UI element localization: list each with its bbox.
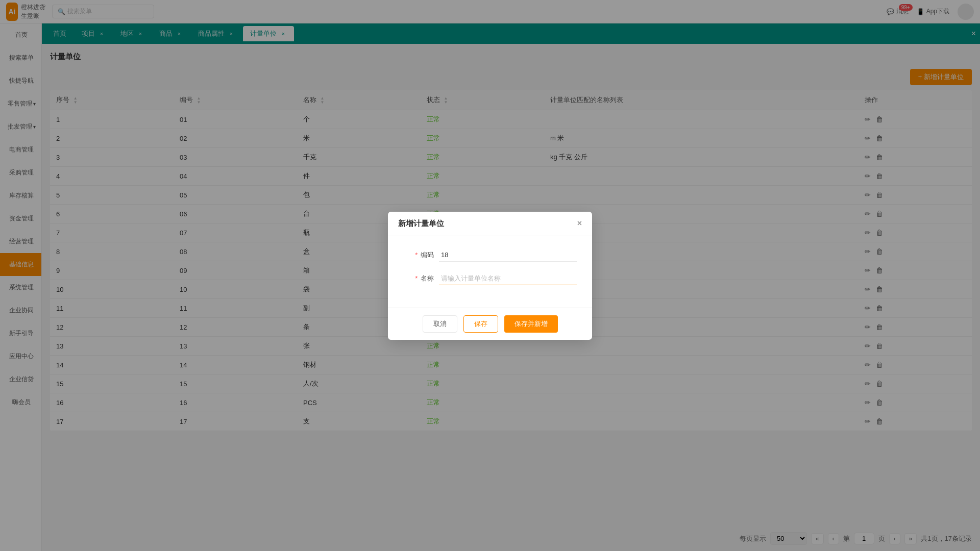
modal-header: 新增计量单位 × bbox=[388, 212, 592, 236]
cancel-button[interactable]: 取消 bbox=[423, 315, 457, 333]
code-input[interactable] bbox=[439, 248, 577, 262]
required-indicator: * bbox=[415, 251, 418, 259]
save-and-add-button[interactable]: 保存并新增 bbox=[504, 315, 558, 333]
modal-footer: 取消 保存 保存并新增 bbox=[388, 308, 592, 340]
required-indicator: * bbox=[415, 274, 418, 282]
modal-body: * 编码 * 名称 bbox=[388, 236, 592, 308]
save-button[interactable]: 保存 bbox=[463, 315, 498, 333]
form-label-name: * 名称 bbox=[403, 274, 434, 283]
form-row-code: * 编码 bbox=[403, 248, 577, 262]
name-input[interactable] bbox=[439, 272, 577, 285]
modal-close-btn[interactable]: × bbox=[577, 219, 582, 228]
add-unit-modal: 新增计量单位 × * 编码 * 名称 取消 保存 保存并新增 bbox=[388, 212, 592, 340]
form-row-name: * 名称 bbox=[403, 272, 577, 285]
modal-overlay: 新增计量单位 × * 编码 * 名称 取消 保存 保存并新增 bbox=[0, 0, 980, 551]
form-label-code: * 编码 bbox=[403, 251, 434, 260]
modal-title: 新增计量单位 bbox=[398, 219, 444, 229]
